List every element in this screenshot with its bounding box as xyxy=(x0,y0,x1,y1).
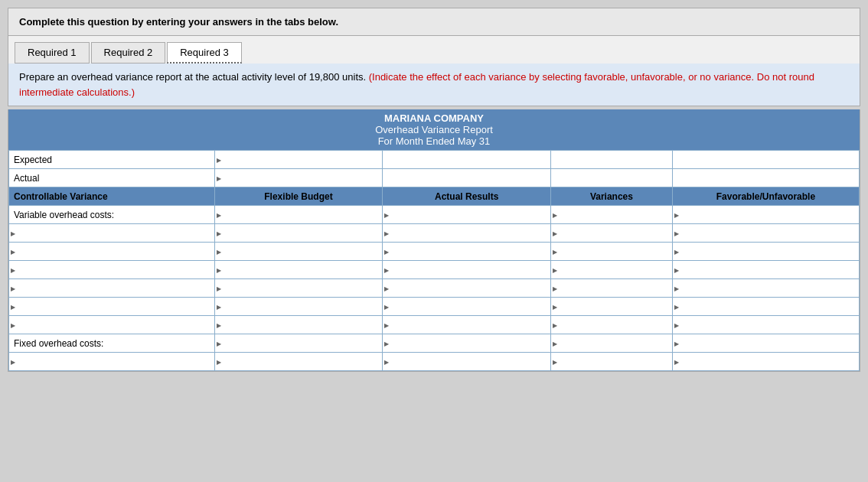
fixed-row1-var-input[interactable] xyxy=(556,357,667,367)
fixed-row1-label-cell xyxy=(9,353,215,371)
var-costs-fav-cell xyxy=(672,206,859,224)
var-row2-flex-input[interactable] xyxy=(220,246,378,257)
var-row4-fav-input[interactable] xyxy=(677,283,854,294)
var-costs-fav-input[interactable] xyxy=(677,210,854,220)
var-data-row-1 xyxy=(9,224,860,243)
var-costs-actual-input[interactable] xyxy=(387,210,546,220)
var-row6-flex-input[interactable] xyxy=(220,320,378,331)
expected-flex-input[interactable] xyxy=(220,155,378,165)
var-row2-flex-cell xyxy=(214,243,383,261)
report-title: Overhead Variance Report xyxy=(8,124,860,135)
var-row6-var-input[interactable] xyxy=(556,320,667,331)
var-row5-label-cell xyxy=(9,298,215,316)
var-row6-label-cell xyxy=(9,316,215,334)
var-row4-flex-input[interactable] xyxy=(220,283,378,294)
fixed-row1-flex-input[interactable] xyxy=(220,357,378,367)
var-costs-flex-input[interactable] xyxy=(220,210,378,220)
var-row6-label-input[interactable] xyxy=(14,320,210,331)
var-row2-label-input[interactable] xyxy=(14,246,210,257)
var-row5-label-input[interactable] xyxy=(14,301,210,312)
var-row3-actual-input[interactable] xyxy=(387,265,546,275)
var-row2-fav-cell xyxy=(672,243,859,261)
description-box: Prepare an overhead variance report at t… xyxy=(8,64,860,106)
var-row1-actual-input[interactable] xyxy=(387,228,546,239)
var-row3-flex-input[interactable] xyxy=(220,265,378,275)
tab-required-2[interactable]: Required 2 xyxy=(91,42,166,64)
header-favorable: Favorable/Unfavorable xyxy=(672,187,859,206)
var-row1-flex-cell xyxy=(214,224,383,243)
report-subtitle: For Month Ended May 31 xyxy=(8,135,860,147)
var-row4-actual-input[interactable] xyxy=(387,283,546,294)
var-row3-actual-cell xyxy=(383,261,551,279)
var-row6-actual-input[interactable] xyxy=(387,320,546,331)
tab-required-3[interactable]: Required 3 xyxy=(167,42,242,64)
var-row2-label-cell xyxy=(9,243,215,261)
var-row5-fav-cell xyxy=(672,298,859,316)
header-actual: Actual Results xyxy=(383,187,551,206)
fixed-row1-var-cell xyxy=(551,353,673,371)
fixed-row1-actual-input[interactable] xyxy=(387,357,546,367)
var-row1-actual-cell xyxy=(383,224,551,243)
fixed-costs-var-input[interactable] xyxy=(556,338,667,349)
var-row1-fav-cell xyxy=(672,224,859,243)
var-row4-flex-cell xyxy=(214,279,383,298)
tab-required-1[interactable]: Required 1 xyxy=(15,42,90,64)
var-row6-var-cell xyxy=(551,316,673,334)
actual-fav-cell xyxy=(672,169,859,187)
var-row5-var-input[interactable] xyxy=(556,301,667,312)
var-row5-var-cell xyxy=(551,298,673,316)
var-row4-var-cell xyxy=(551,279,673,298)
fixed-costs-fav-cell xyxy=(672,334,859,353)
var-row3-var-input[interactable] xyxy=(556,265,667,275)
fixed-row1-fav-input[interactable] xyxy=(677,357,854,367)
fixed-costs-var-cell xyxy=(551,334,673,353)
expected-actual-cell xyxy=(383,151,551,169)
actual-flex-input[interactable] xyxy=(220,173,378,184)
fixed-costs-flex-cell xyxy=(214,334,383,353)
var-row1-fav-input[interactable] xyxy=(677,228,854,239)
expected-fav-cell xyxy=(672,151,859,169)
fixed-costs-flex-input[interactable] xyxy=(220,338,378,349)
fixed-costs-actual-input[interactable] xyxy=(387,338,546,349)
var-row5-flex-input[interactable] xyxy=(220,301,378,312)
var-row3-flex-cell xyxy=(214,261,383,279)
var-costs-var-input[interactable] xyxy=(556,210,667,220)
var-row2-actual-cell xyxy=(383,243,551,261)
report-table: Expected Actual Controllable xyxy=(8,150,860,371)
var-row6-flex-cell xyxy=(214,316,383,334)
fixed-row1-label-input[interactable] xyxy=(14,357,210,367)
var-row6-fav-input[interactable] xyxy=(677,320,854,331)
var-row2-var-input[interactable] xyxy=(556,246,667,257)
var-row1-label-input[interactable] xyxy=(14,228,210,239)
var-row1-var-cell xyxy=(551,224,673,243)
report-container: MARIANA COMPANY Overhead Variance Report… xyxy=(8,109,860,372)
actual-flex-input-cell xyxy=(214,169,383,187)
variable-costs-label: Variable overhead costs: xyxy=(9,206,215,224)
var-row2-fav-input[interactable] xyxy=(677,246,854,257)
var-row4-label-input[interactable] xyxy=(14,283,210,294)
var-row4-fav-cell xyxy=(672,279,859,298)
expected-flex-input-cell xyxy=(214,151,383,169)
var-row3-label-input[interactable] xyxy=(14,265,210,275)
var-costs-actual-cell xyxy=(383,206,551,224)
expected-label: Expected xyxy=(9,151,215,169)
fixed-row1-flex-cell xyxy=(214,353,383,371)
var-row4-actual-cell xyxy=(383,279,551,298)
var-row1-flex-input[interactable] xyxy=(220,228,378,239)
var-row3-fav-input[interactable] xyxy=(677,265,854,275)
var-row4-var-input[interactable] xyxy=(556,283,667,294)
var-row5-fav-input[interactable] xyxy=(677,301,854,312)
report-header: MARIANA COMPANY Overhead Variance Report… xyxy=(8,109,860,150)
var-row4-label-cell xyxy=(9,279,215,298)
expected-var-cell xyxy=(551,151,673,169)
fixed-data-row-1 xyxy=(9,353,860,371)
company-name: MARIANA COMPANY xyxy=(8,112,860,124)
var-row3-var-cell xyxy=(551,261,673,279)
var-costs-flex-cell xyxy=(214,206,383,224)
description-plain: Prepare an overhead variance report at t… xyxy=(19,71,369,83)
var-row2-actual-input[interactable] xyxy=(387,246,546,257)
instruction-box: Complete this question by entering your … xyxy=(8,8,860,36)
var-row5-actual-input[interactable] xyxy=(387,301,546,312)
var-row1-var-input[interactable] xyxy=(556,228,667,239)
fixed-costs-fav-input[interactable] xyxy=(677,338,854,349)
